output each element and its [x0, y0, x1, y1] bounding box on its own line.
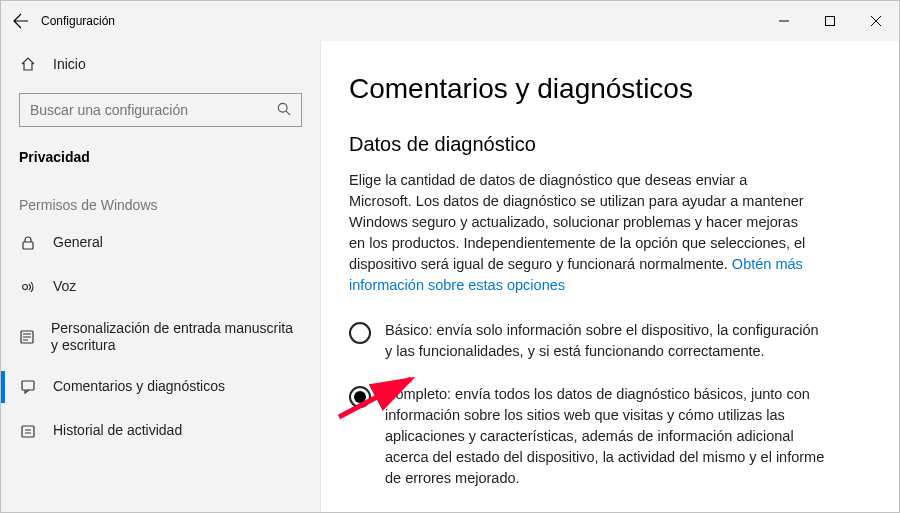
- sidebar-item-label: Historial de actividad: [53, 422, 182, 440]
- sidebar-item-voice[interactable]: Voz: [19, 265, 302, 309]
- minimize-button[interactable]: [761, 1, 807, 41]
- home-icon: [19, 56, 37, 72]
- close-icon: [871, 16, 881, 26]
- back-button[interactable]: [1, 1, 41, 41]
- maximize-icon: [825, 16, 835, 26]
- svg-rect-1: [826, 17, 835, 26]
- arrow-left-icon: [13, 13, 29, 29]
- sidebar-item-label: Personalización de entrada manuscrita y …: [51, 320, 302, 355]
- svg-rect-13: [22, 426, 34, 437]
- sidebar-item-inking[interactable]: Personalización de entrada manuscrita y …: [19, 309, 302, 365]
- section-title: Datos de diagnóstico: [349, 133, 871, 156]
- lock-icon: [19, 235, 37, 251]
- history-icon: [19, 423, 37, 439]
- sidebar-home-label: Inicio: [53, 56, 86, 72]
- sidebar-item-label: Comentarios y diagnósticos: [53, 378, 225, 396]
- radio-option-full[interactable]: Completo: envía todos los datos de diagn…: [349, 384, 829, 489]
- page-title: Comentarios y diagnósticos: [349, 73, 871, 105]
- sidebar-item-activity[interactable]: Historial de actividad: [19, 409, 302, 453]
- window-controls: [761, 1, 899, 41]
- minimize-icon: [779, 16, 789, 26]
- body: Inicio Privacidad Permisos de Windows Ge…: [1, 41, 899, 512]
- sidebar: Inicio Privacidad Permisos de Windows Ge…: [1, 41, 321, 512]
- maximize-button[interactable]: [807, 1, 853, 41]
- radio-label: Básico: envía solo información sobre el …: [385, 320, 829, 362]
- sidebar-item-label: General: [53, 234, 103, 252]
- search-icon: [277, 102, 291, 119]
- svg-rect-6: [23, 242, 33, 249]
- close-button[interactable]: [853, 1, 899, 41]
- sidebar-item-general[interactable]: General: [19, 221, 302, 265]
- search-input[interactable]: [30, 102, 277, 118]
- section-description: Elige la cantidad de datos de diagnóstic…: [349, 170, 809, 296]
- search-box[interactable]: [19, 93, 302, 127]
- radio-icon: [349, 322, 371, 344]
- sidebar-category: Privacidad: [19, 139, 302, 191]
- radio-icon: [349, 386, 371, 408]
- sidebar-item-feedback[interactable]: Comentarios y diagnósticos: [19, 365, 302, 409]
- sidebar-section: Permisos de Windows: [19, 191, 302, 221]
- feedback-icon: [19, 379, 37, 395]
- svg-line-5: [286, 111, 290, 115]
- svg-rect-12: [22, 381, 34, 390]
- radio-option-basic[interactable]: Básico: envía solo información sobre el …: [349, 320, 829, 362]
- titlebar: Configuración: [1, 1, 899, 41]
- svg-point-7: [23, 285, 28, 290]
- svg-point-4: [278, 103, 287, 112]
- diagnostic-radio-group: Básico: envía solo información sobre el …: [349, 320, 829, 489]
- sidebar-home[interactable]: Inicio: [19, 41, 302, 87]
- sidebar-item-label: Voz: [53, 278, 76, 296]
- window-title: Configuración: [41, 14, 115, 28]
- voice-icon: [19, 279, 37, 295]
- radio-label: Completo: envía todos los datos de diagn…: [385, 384, 829, 489]
- settings-window: Configuración Inicio Privacidad Permisos…: [0, 0, 900, 513]
- inking-icon: [19, 329, 35, 345]
- content-pane: Comentarios y diagnósticos Datos de diag…: [321, 41, 899, 512]
